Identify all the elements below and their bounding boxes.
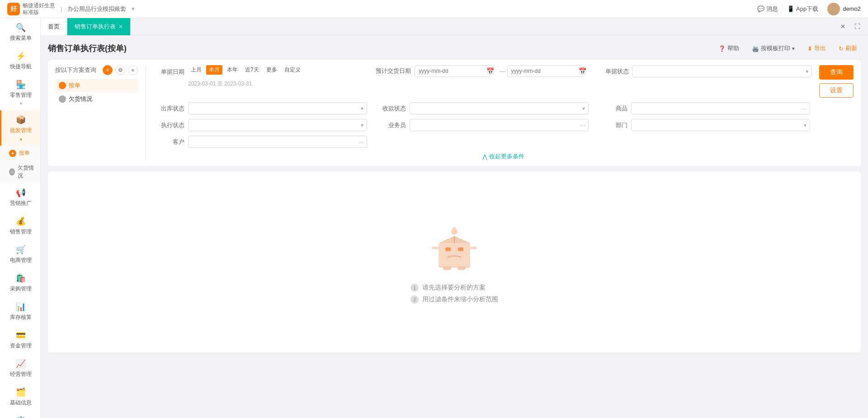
date-range-text: 2023-03-01 至 2023-03-31 [188, 80, 252, 88]
sidebar-item-basic[interactable]: 🗂️ 基础信息 [0, 383, 40, 411]
svg-rect-7 [443, 266, 451, 270]
sidebar-item-sales[interactable]: 💰 销售管理 [0, 212, 40, 240]
tab-maximize-button[interactable]: ⛶ [852, 21, 863, 32]
expected-date-range: 📅 — 📅 [415, 65, 590, 77]
filter-section: 按以下方案查询 + ⚙ « 按单 [55, 65, 854, 161]
out-status-select[interactable] [188, 102, 367, 114]
collapse-button[interactable]: ⋀ 收起更多条件 [482, 152, 524, 161]
date-tab-本月[interactable]: 本月 [206, 65, 222, 75]
expected-date-from-input[interactable] [415, 65, 491, 77]
print-button[interactable]: 🖨️ 按模板打印 ▾ [748, 43, 798, 54]
user-name: demo2 [843, 5, 861, 12]
tab-close-icon[interactable]: ✕ [118, 24, 123, 30]
filter-row-4: 客户 ··· [153, 136, 854, 148]
receive-status-select[interactable] [410, 102, 589, 114]
scheme-add-button[interactable]: + [103, 65, 113, 75]
department-select[interactable] [631, 119, 810, 131]
date-tab-近7天[interactable]: 近7天 [242, 65, 262, 75]
refresh-button[interactable]: ↻ 刷新 [835, 43, 861, 54]
operation-icon: 📈 [16, 359, 26, 369]
customer-control: ··· [188, 136, 367, 148]
scheme-item-按单[interactable]: 按单 [55, 79, 138, 92]
page-actions: ❓ 帮助 🖨️ 按模板打印 ▾ ⬇ 导出 ↻ [715, 43, 861, 54]
top-bar: 好 畅捷通好生意 标准版 | 办公用品行业模拟账套 ▾ 💬 消息 📱 App下载 [0, 0, 868, 18]
filter-customer-row: 客户 ··· [153, 136, 367, 148]
filter-execute-status-row: 执行状态 ▾ [153, 119, 367, 131]
customer-input[interactable] [188, 136, 367, 148]
collapse-bar: ⋀ 收起更多条件 [153, 152, 854, 161]
execute-status-select[interactable] [188, 119, 367, 131]
date-from-wrapper: 📅 [415, 65, 497, 77]
tab-controls: ✕ ⛶ [837, 21, 868, 32]
filter-out-status-row: 出库状态 ▾ [153, 102, 367, 114]
tab-sales-order[interactable]: 销售订单执行表 ✕ [67, 18, 131, 35]
sidebar-sub-item-按单[interactable]: ● 按单 [0, 146, 40, 161]
sidebar-item-system[interactable]: ⚙️ 系统管理 [0, 411, 40, 418]
sidebar-item-ecommerce[interactable]: 🛒 电商管理 [0, 240, 40, 269]
message-action[interactable]: 💬 消息 [757, 5, 778, 13]
product-input[interactable] [631, 102, 810, 114]
customer-label: 客户 [153, 138, 184, 146]
app-download-action[interactable]: 📱 App下载 [787, 5, 818, 13]
page-header: 销售订单执行表(按单) ❓ 帮助 🖨️ 按模板打印 ▾ ⬇ [48, 43, 861, 54]
wholesale-icon: 📦 [16, 115, 26, 125]
search-icon: 🔍 [16, 23, 26, 33]
sidebar-item-retail[interactable]: 🏪 零售管理 ▾ [0, 75, 40, 110]
tab-bar: 首页 销售订单执行表 ✕ ✕ ⛶ [41, 18, 868, 35]
purchase-icon: 🛍️ [16, 273, 26, 283]
sidebar-item-wholesale[interactable]: 📦 批发管理 ▴ [0, 110, 40, 146]
single-status-control: ▾ [632, 65, 812, 77]
out-status-control: ▾ [188, 102, 367, 114]
user-area[interactable]: demo2 [827, 3, 861, 15]
scheme-settings-button[interactable]: ⚙ [115, 65, 125, 75]
execute-status-control: ▾ [188, 119, 367, 131]
sidebar-item-marketing[interactable]: 📢 营销推广 [0, 183, 40, 212]
filter-product-row: 商品 ··· [596, 102, 810, 114]
scheme-item-欠货情况[interactable]: 欠货情况 [55, 92, 138, 106]
data-area: 1 请先选择要分析的方案 2 用过滤条件来缩小分析范围 [48, 171, 861, 352]
help-button[interactable]: ❓ 帮助 [715, 43, 743, 54]
message-icon: 💬 [757, 5, 764, 12]
svg-rect-8 [458, 266, 466, 270]
logo-text: 畅捷通好生意 标准版 [23, 2, 55, 15]
salesperson-input[interactable] [410, 119, 589, 131]
filter-expected-date-field: 预计交货日期 📅 — [375, 65, 590, 77]
sidebar-item-operation[interactable]: 📈 经营管理 [0, 354, 40, 383]
separator: | [61, 5, 62, 12]
expected-date-to-input[interactable] [507, 65, 583, 77]
date-tab-上月[interactable]: 上月 [188, 65, 204, 75]
salesperson-label: 业务员 [374, 121, 406, 129]
tab-close-button[interactable]: ✕ [837, 21, 848, 32]
sidebar-item-purchase[interactable]: 🛍️ 采购管理 [0, 269, 40, 297]
export-button[interactable]: ⬇ 导出 [804, 43, 830, 54]
sidebar-item-inventory[interactable]: 📊 库存核算 [0, 297, 40, 326]
sidebar-search-menu[interactable]: 🔍 搜索菜单 [0, 18, 40, 47]
empty-hints: 1 请先选择要分析的方案 2 用过滤条件来缩小分析范围 [410, 284, 498, 304]
retail-icon: 🏪 [16, 80, 26, 90]
sidebar-sub-item-欠货情况[interactable]: ○ 欠货情况 [0, 161, 40, 183]
active-dot-icon: ● [9, 150, 16, 157]
filter-receive-status-row: 收款状态 ▾ [374, 102, 589, 114]
calendar-to-icon: 📅 [579, 67, 586, 75]
empty-hint-2: 2 用过滤条件来缩小分析范围 [410, 295, 498, 304]
single-status-select[interactable] [632, 65, 812, 77]
query-button[interactable]: 查询 [819, 65, 854, 80]
out-status-label: 出库状态 [153, 104, 184, 113]
breadcrumb-chevron-icon[interactable]: ▾ [132, 5, 135, 12]
tab-home[interactable]: 首页 [41, 18, 67, 35]
scheme-collapse-button[interactable]: « [128, 65, 138, 75]
sidebar-item-finance[interactable]: 💳 资金管理 [0, 326, 40, 354]
settings-button[interactable]: 设置 [819, 83, 854, 98]
date-tab-自定义[interactable]: 自定义 [282, 65, 303, 75]
filter-row-2: 出库状态 ▾ 收款状态 [153, 102, 854, 114]
inventory-icon: 📊 [16, 302, 26, 312]
export-icon: ⬇ [807, 45, 812, 52]
page-title: 销售订单执行表(按单) [48, 43, 127, 54]
svg-point-1 [829, 10, 838, 15]
date-to-wrapper: 📅 [507, 65, 590, 77]
date-tab-更多[interactable]: 更多 [264, 65, 280, 75]
finance-icon: 💳 [16, 330, 26, 340]
sidebar-quick-nav[interactable]: ⚡ 快捷导航 [0, 47, 40, 75]
date-tab-本年[interactable]: 本年 [224, 65, 241, 75]
top-bar-right: 💬 消息 📱 App下载 demo2 [757, 3, 861, 15]
